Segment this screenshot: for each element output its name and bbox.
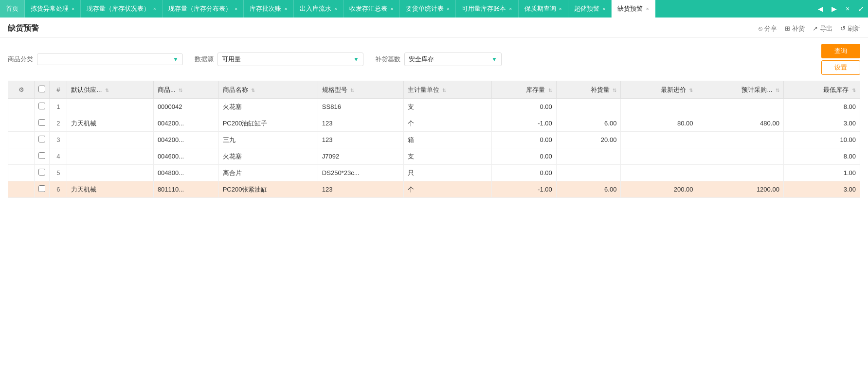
replenish-button[interactable]: ⊞ 补货 bbox=[785, 24, 805, 33]
row-checkbox-cell-5[interactable] bbox=[35, 181, 50, 198]
select-all-checkbox[interactable] bbox=[38, 86, 45, 92]
tab-1[interactable]: 拣货异常处理 × bbox=[25, 0, 81, 18]
col-latest-price-header[interactable]: 最新进价 ⇅ bbox=[621, 81, 697, 99]
row-spec-5: 123 bbox=[318, 181, 403, 198]
tab-1-close[interactable]: × bbox=[72, 6, 74, 12]
sort-name-icon: ⇅ bbox=[251, 88, 255, 93]
sort-stock-icon: ⇅ bbox=[548, 88, 552, 93]
row-min-stock-3: 8.00 bbox=[783, 148, 860, 165]
col-goods-code-header[interactable]: 商品... ⇅ bbox=[153, 81, 218, 99]
row-price-0 bbox=[621, 99, 697, 115]
goods-category-arrow-icon: ▼ bbox=[173, 56, 179, 63]
row-checkbox-cell-2[interactable] bbox=[35, 132, 50, 148]
col-unit-header[interactable]: 主计量单位 ⇅ bbox=[403, 81, 491, 99]
row-checkbox-0[interactable] bbox=[38, 103, 45, 109]
row-est-2 bbox=[697, 132, 783, 148]
tab-10-close[interactable]: × bbox=[602, 6, 605, 12]
row-stock-4: 0.00 bbox=[492, 165, 557, 181]
data-table: ⚙ # 默认供应... ⇅ 商品... ⇅ 商品名称 ⇅ bbox=[8, 81, 860, 198]
col-num-header: # bbox=[50, 81, 67, 99]
col-stock-header[interactable]: 库存量 ⇅ bbox=[492, 81, 557, 99]
tab-2-close[interactable]: × bbox=[153, 6, 156, 12]
tab-prev-btn[interactable]: ◀ bbox=[814, 0, 827, 18]
row-unit-5: 个 bbox=[403, 181, 491, 198]
settings-button[interactable]: 设置 bbox=[821, 60, 860, 75]
tab-7-close[interactable]: × bbox=[447, 6, 450, 12]
export-button[interactable]: ↗ 导出 bbox=[813, 24, 832, 33]
tab-9-close[interactable]: × bbox=[559, 6, 562, 12]
tab-4-close[interactable]: × bbox=[284, 6, 287, 12]
row-name-5: PC200张紧油缸 bbox=[218, 181, 318, 198]
col-select-all[interactable] bbox=[35, 81, 50, 99]
tab-8[interactable]: 可用量库存账本 × bbox=[456, 0, 518, 18]
row-code-1: 004200... bbox=[153, 115, 218, 132]
col-min-stock-header[interactable]: 最低库存 ⇅ bbox=[783, 81, 860, 99]
col-spec-header[interactable]: 规格型号 ⇅ bbox=[318, 81, 403, 99]
tab-3[interactable]: 现存量（库存分布表） × bbox=[163, 0, 244, 18]
tab-5[interactable]: 出入库流水 × bbox=[294, 0, 344, 18]
query-button[interactable]: 查询 bbox=[821, 44, 860, 58]
row-checkbox-2[interactable] bbox=[38, 136, 45, 142]
table-row: 4 004600... 火花塞 J7092 支 0.00 8.00 bbox=[8, 148, 860, 165]
tab-7[interactable]: 要货单统计表 × bbox=[400, 0, 456, 18]
row-supplier-5: 力天机械 bbox=[67, 181, 153, 198]
row-gear-0 bbox=[8, 99, 35, 115]
refresh-button[interactable]: ↺ 刷新 bbox=[840, 24, 860, 33]
tab-next-btn[interactable]: ▶ bbox=[827, 0, 841, 18]
data-source-label: 数据源 bbox=[195, 55, 214, 64]
table-body: 1 0000042 火花塞 SS816 支 0.00 8.00 2 力天机械 0… bbox=[8, 99, 860, 198]
tab-5-close[interactable]: × bbox=[334, 6, 337, 12]
row-checkbox-3[interactable] bbox=[38, 152, 45, 159]
tab-9[interactable]: 保质期查询 × bbox=[519, 0, 568, 18]
col-gear[interactable]: ⚙ bbox=[8, 81, 35, 99]
share-button[interactable]: ⎋ 分享 bbox=[759, 24, 777, 33]
row-stock-3: 0.00 bbox=[492, 148, 557, 165]
tab-2[interactable]: 现存量（库存状况表） × bbox=[81, 0, 162, 18]
row-checkbox-cell-0[interactable] bbox=[35, 99, 50, 115]
col-spec-label: 规格型号 bbox=[322, 86, 347, 93]
sort-replenish-icon: ⇅ bbox=[613, 88, 616, 93]
tab-11[interactable]: 缺货预警 × bbox=[612, 0, 655, 18]
data-source-select[interactable]: 可用量 ▼ bbox=[217, 53, 363, 66]
row-replenish-5: 6.00 bbox=[556, 181, 621, 198]
col-default-supplier-header[interactable]: 默认供应... ⇅ bbox=[67, 81, 153, 99]
tab-6[interactable]: 收发存汇总表 × bbox=[344, 0, 399, 18]
row-checkbox-cell-3[interactable] bbox=[35, 148, 50, 165]
row-code-2: 004200... bbox=[153, 132, 218, 148]
row-checkbox-4[interactable] bbox=[38, 169, 45, 176]
tab-expand-btn[interactable]: ⤢ bbox=[854, 0, 868, 18]
tab-home[interactable]: 首页 bbox=[0, 0, 25, 18]
col-replenish-header[interactable]: 补货量 ⇅ bbox=[556, 81, 621, 99]
replenish-base-label: 补货基数 bbox=[375, 55, 400, 64]
row-checkbox-1[interactable] bbox=[38, 119, 45, 126]
tab-8-close[interactable]: × bbox=[509, 6, 512, 12]
row-checkbox-5[interactable] bbox=[38, 185, 45, 192]
row-gear-1 bbox=[8, 115, 35, 132]
tab-4[interactable]: 库存批次账 × bbox=[244, 0, 293, 18]
replenish-base-select[interactable]: 安全库存 ▼ bbox=[404, 53, 502, 66]
col-goods-name-header[interactable]: 商品名称 ⇅ bbox=[218, 81, 318, 99]
row-replenish-1: 6.00 bbox=[556, 115, 621, 132]
col-est-purchase-header[interactable]: 预计采购... ⇅ bbox=[697, 81, 783, 99]
page-header: 缺货预警 ⎋ 分享 ⊞ 补货 ↗ 导出 ↺ 刷新 bbox=[0, 18, 868, 38]
goods-category-label: 商品分类 bbox=[8, 55, 33, 64]
row-unit-0: 支 bbox=[403, 99, 491, 115]
row-checkbox-cell-1[interactable] bbox=[35, 115, 50, 132]
row-num-3: 4 bbox=[50, 148, 67, 165]
tab-3-close[interactable]: × bbox=[235, 6, 237, 12]
sort-code-icon: ⇅ bbox=[179, 88, 182, 93]
tab-close-all-btn[interactable]: × bbox=[841, 0, 854, 18]
col-min-stock-label: 最低库存 bbox=[823, 86, 849, 93]
row-unit-4: 只 bbox=[403, 165, 491, 181]
tab-6-close[interactable]: × bbox=[390, 6, 393, 12]
row-checkbox-cell-4[interactable] bbox=[35, 165, 50, 181]
tab-11-close[interactable]: × bbox=[646, 6, 649, 12]
export-label: 导出 bbox=[820, 24, 832, 33]
col-goods-code-label: 商品... bbox=[158, 86, 176, 93]
goods-category-select[interactable]: ▼ bbox=[37, 53, 183, 65]
row-gear-2 bbox=[8, 132, 35, 148]
tab-3-label: 现存量（库存分布表） bbox=[168, 4, 232, 13]
row-name-2: 三九 bbox=[218, 132, 318, 148]
tab-bar: 首页 拣货异常处理 × 现存量（库存状况表） × 现存量（库存分布表） × 库存… bbox=[0, 0, 868, 18]
tab-10[interactable]: 超储预警 × bbox=[568, 0, 612, 18]
